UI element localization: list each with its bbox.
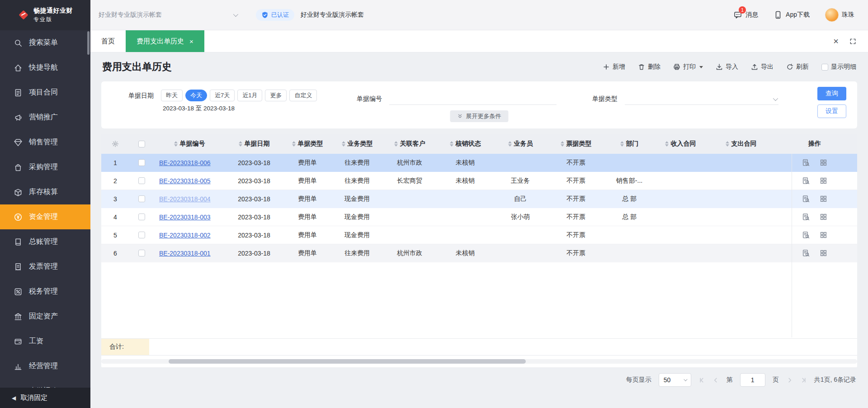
delete-button[interactable]: 删除	[638, 63, 660, 71]
date-option-2[interactable]: 近7天	[210, 90, 235, 101]
sidebar-item-label: 项目合同	[29, 88, 58, 97]
sidebar-item-assets[interactable]: 固定资产	[0, 304, 90, 329]
preview-icon[interactable]	[802, 195, 810, 203]
sidebar-item-ledger[interactable]: 总账管理	[0, 229, 90, 254]
doc-no-link[interactable]: BE-20230318-002	[159, 232, 211, 239]
select-all-checkbox[interactable]	[138, 141, 145, 147]
column-header-dept[interactable]: 部门	[605, 134, 654, 154]
add-button[interactable]: 新增	[603, 63, 625, 71]
column-header-doctype[interactable]: 单据类型	[283, 134, 332, 154]
sidebar-item-contract[interactable]: 项目合同	[0, 80, 90, 105]
column-header-docno[interactable]: 单据编号	[154, 134, 225, 154]
sidebar-item-marketing[interactable]: 营销推广	[0, 105, 90, 130]
preview-icon[interactable]	[802, 177, 810, 185]
preview-icon[interactable]	[802, 231, 810, 239]
preview-icon[interactable]	[802, 159, 810, 166]
print-button[interactable]: 打印	[673, 63, 703, 71]
settings-button[interactable]: 设置	[817, 104, 846, 118]
table-row[interactable]: 1BE-20230318-0062023-03-18费用单往来费用杭州市政未核销…	[101, 154, 857, 172]
row-checkbox[interactable]	[138, 195, 145, 202]
user-menu[interactable]: 珠珠	[825, 8, 854, 22]
preview-icon[interactable]	[802, 213, 810, 221]
table-row[interactable]: 2BE-20230318-0052023-03-18费用单往来费用长宏商贸未核销…	[101, 172, 857, 190]
column-header-date[interactable]: 单据日期	[225, 134, 283, 154]
column-header-customer[interactable]: 关联客户	[382, 134, 437, 154]
row-checkbox[interactable]	[138, 213, 145, 220]
page-number-input[interactable]	[740, 373, 765, 387]
sidebar-item-sales[interactable]: 销售管理	[0, 130, 90, 155]
cell-expense	[707, 226, 775, 244]
tab-home[interactable]: 首页	[90, 30, 126, 52]
row-checkbox[interactable]	[138, 232, 145, 238]
refresh-button[interactable]: 刷新	[786, 63, 809, 71]
horizontal-scrollbar[interactable]	[101, 359, 857, 364]
row-checkbox[interactable]	[138, 177, 145, 184]
export-button[interactable]: 导出	[751, 63, 774, 71]
sidebar-item-purchase[interactable]: 采购管理	[0, 155, 90, 180]
fullscreen-icon[interactable]	[849, 38, 856, 45]
sidebar-scrollbar[interactable]	[87, 31, 90, 55]
first-page-button[interactable]	[698, 377, 705, 384]
query-button[interactable]: 查询	[817, 87, 846, 100]
column-header-expense[interactable]: 支出合同	[707, 134, 775, 154]
doc-no-input[interactable]	[389, 93, 557, 105]
show-detail-checkbox[interactable]	[821, 64, 828, 71]
table-row[interactable]: 4BE-20230318-0032023-03-18费用单现金费用张小萌不开票总…	[101, 208, 857, 226]
doc-no-link[interactable]: BE-20230318-006	[159, 159, 211, 166]
preview-icon[interactable]	[802, 249, 810, 257]
messages-button[interactable]: 消息 1	[733, 10, 758, 19]
per-page-select[interactable]: 50	[659, 373, 691, 387]
import-button[interactable]: 导入	[716, 63, 738, 71]
sidebar-item-search[interactable]: 搜索菜单	[0, 30, 90, 55]
row-checkbox[interactable]	[138, 159, 145, 166]
row-checkbox[interactable]	[138, 250, 145, 256]
date-option-4[interactable]: 更多	[265, 90, 287, 101]
sidebar-item-salary[interactable]: 工资	[0, 329, 90, 354]
horizontal-scrollbar-thumb[interactable]	[169, 359, 526, 364]
more-grid-icon[interactable]	[820, 213, 827, 221]
next-page-button[interactable]	[786, 377, 793, 384]
date-option-1[interactable]: 今天	[185, 90, 207, 101]
column-header-biztype[interactable]: 业务类型	[332, 134, 382, 154]
close-icon[interactable]: ×	[833, 37, 839, 46]
sidebar-item-home[interactable]: 快捷导航	[0, 55, 90, 80]
date-option-5[interactable]: 自定义	[289, 90, 317, 101]
date-range-value[interactable]: 2023-03-18 至 2023-03-18	[161, 104, 320, 113]
expand-more-button[interactable]: 展开更多条件	[450, 110, 509, 122]
table-row[interactable]: 3BE-20230318-0042023-03-18费用单现金费用自己不开票总 …	[101, 190, 857, 208]
column-header-verify[interactable]: 核销状态	[437, 134, 494, 154]
column-header-salesman[interactable]: 业务员	[494, 134, 547, 154]
sidebar-item-misc[interactable]: 小微记账	[0, 379, 90, 388]
column-settings-gear-icon[interactable]	[101, 134, 129, 154]
sidebar-item-tax[interactable]: 税务管理	[0, 279, 90, 304]
more-grid-icon[interactable]	[820, 249, 827, 257]
doc-no-link[interactable]: BE-20230318-001	[159, 250, 211, 257]
close-tab-icon[interactable]: ×	[189, 38, 193, 45]
doc-no-link[interactable]: BE-20230318-004	[159, 195, 211, 203]
doc-type-select[interactable]	[625, 93, 778, 105]
doc-no-link[interactable]: BE-20230318-003	[159, 213, 211, 221]
last-page-button[interactable]	[800, 377, 807, 384]
date-option-0[interactable]: 昨天	[161, 90, 183, 101]
more-grid-icon[interactable]	[820, 159, 827, 166]
table-row[interactable]: 6BE-20230318-0012023-03-18费用单往来费用杭州市政未核销…	[101, 244, 857, 262]
tab-expense-history[interactable]: 费用支出单历史 ×	[126, 30, 204, 52]
doc-no-link[interactable]: BE-20230318-005	[159, 177, 211, 185]
table-row[interactable]: 5BE-20230318-0022023-03-18费用单现金费用不开票	[101, 226, 857, 244]
unpin-sidebar-button[interactable]: ◀ 取消固定	[0, 388, 90, 408]
header-select-all[interactable]	[129, 134, 154, 154]
sidebar-item-funds[interactable]: 资金管理	[0, 204, 90, 229]
more-grid-icon[interactable]	[820, 177, 827, 185]
sidebar-item-operations[interactable]: 经营管理	[0, 354, 90, 379]
prev-page-button[interactable]	[712, 377, 719, 384]
more-grid-icon[interactable]	[820, 231, 827, 239]
column-header-income[interactable]: 收入合同	[654, 134, 707, 154]
sidebar-item-invoice[interactable]: 发票管理	[0, 254, 90, 279]
date-option-3[interactable]: 近1月	[237, 90, 262, 101]
column-header-ticket[interactable]: 票据类型	[547, 134, 605, 154]
sidebar-item-inventory[interactable]: 库存核算	[0, 180, 90, 204]
account-selector[interactable]: 好业财专业版演示帐套	[99, 11, 237, 19]
show-detail-toggle[interactable]: 显示明细	[821, 63, 856, 71]
more-grid-icon[interactable]	[820, 195, 827, 203]
app-download-button[interactable]: App下载	[774, 10, 810, 19]
